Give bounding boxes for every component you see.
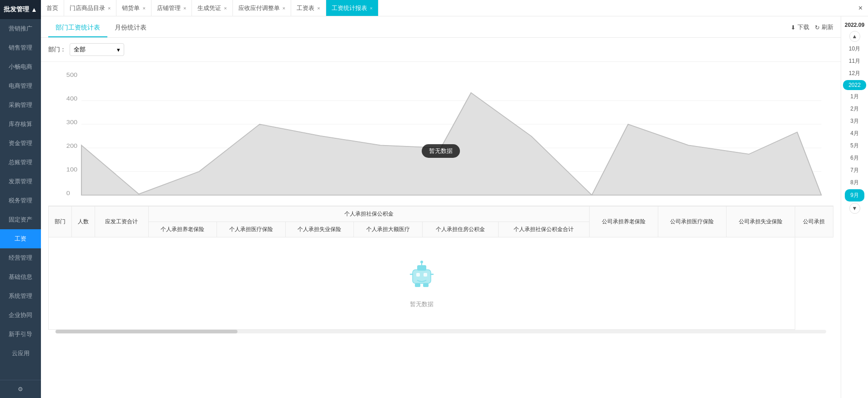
th-company-more: 公司承担	[795, 207, 833, 237]
tab-shop-catalog[interactable]: 门店商品目录 ×	[64, 0, 116, 16]
sidebar-item-yyyp[interactable]: 云应用	[0, 344, 41, 363]
svg-text:300: 300	[66, 119, 78, 126]
sidebar-item-xsgl[interactable]: 销售管理	[0, 38, 41, 57]
close-tab-produce-cert[interactable]: ×	[224, 5, 227, 11]
tab-ar-ap[interactable]: 应收应付调整单 ×	[233, 0, 291, 16]
tab-bar: 首页 门店商品目录 × 销货单 × 店铺管理 × 生成凭证 × 应收应付调整单 …	[41, 0, 868, 16]
chevron-down-icon: ▾	[117, 46, 120, 53]
tab-produce-cert[interactable]: 生成凭证 ×	[192, 0, 232, 16]
sidebar-header[interactable]: 批发管理 ▲	[0, 0, 41, 19]
svg-text:100: 100	[66, 166, 78, 173]
close-all-tabs[interactable]: ×	[853, 0, 868, 16]
sidebar-item-xtgl[interactable]: 系统管理	[0, 287, 41, 306]
timeline-down-nav[interactable]: ▼	[849, 203, 860, 214]
page-content: 部门工资统计表 月份统计表 ⬇ 下载 ↻ 刷新	[41, 16, 868, 398]
tab-home[interactable]: 首页	[41, 0, 64, 16]
refresh-button[interactable]: ↻ 刷新	[815, 23, 833, 31]
svg-text:0: 0	[66, 190, 71, 196]
timeline-jun[interactable]: 6月	[841, 152, 868, 164]
close-tab-ar-ap[interactable]: ×	[283, 5, 285, 11]
timeline-aug[interactable]: 8月	[841, 176, 868, 189]
th-personal-medical: 个人承担医疗保险	[217, 222, 286, 237]
svg-rect-15	[416, 273, 420, 277]
th-company-pension: 公司承担养老保险	[590, 207, 658, 237]
sidebar-item-qyxt[interactable]: 企业协同	[0, 306, 41, 325]
timeline-may[interactable]: 5月	[841, 140, 868, 152]
th-personal-major-medical: 个人承担大额医疗	[354, 222, 423, 237]
main-content: 首页 门店商品目录 × 销货单 × 店铺管理 × 生成凭证 × 应收应付调整单 …	[41, 0, 868, 398]
timeline-sep[interactable]: 9月	[845, 189, 864, 202]
tab-sales-order[interactable]: 销货单 ×	[116, 0, 151, 16]
sidebar-item-gz[interactable]: 工资	[0, 229, 41, 248]
svg-rect-20	[423, 283, 429, 287]
sidebar-item-zjgl[interactable]: 资金管理	[0, 134, 41, 153]
sidebar-item-xcel[interactable]: 小畅电商	[0, 57, 41, 76]
timeline-mar[interactable]: 3月	[841, 115, 868, 127]
timeline-jan[interactable]: 1月	[841, 91, 868, 103]
sidebar-item-xsyd[interactable]: 新手引导	[0, 325, 41, 344]
timeline-oct[interactable]: 10月	[841, 43, 868, 55]
svg-rect-12	[417, 265, 426, 271]
timeline-year-2022[interactable]: 2022	[843, 80, 866, 90]
timeline-feb[interactable]: 2月	[841, 103, 868, 115]
sidebar-item-dsgl[interactable]: 电商管理	[0, 76, 41, 96]
sub-tab-dept-stats[interactable]: 部门工资统计表	[48, 21, 107, 37]
sub-tab-month-stats[interactable]: 月份统计表	[107, 21, 154, 37]
refresh-icon: ↻	[815, 24, 820, 31]
sidebar-expand-icon: ▲	[31, 6, 37, 13]
th-personal-insurance-group: 个人承担社保公积金	[148, 207, 589, 222]
close-tab-payroll-report[interactable]: ×	[370, 5, 373, 11]
sidebar-title: 批发管理	[4, 5, 29, 14]
timeline-jul[interactable]: 7月	[841, 164, 868, 176]
th-company-medical: 公司承担医疗保险	[658, 207, 727, 237]
timeline-nov[interactable]: 11月	[841, 55, 868, 67]
th-personal-housing-fund: 个人承担住房公积金	[422, 222, 498, 237]
th-count: 人数	[72, 207, 95, 237]
sidebar-item-kchs[interactable]: 库存核算	[0, 115, 41, 134]
tab-shop-mgmt[interactable]: 店铺管理 ×	[151, 0, 192, 16]
close-tab-sales-order[interactable]: ×	[142, 5, 145, 11]
sidebar-item-zzgl[interactable]: 总账管理	[0, 153, 41, 172]
dept-filter-select[interactable]: 全部 ▾	[70, 43, 124, 56]
sidebar-item-jcxx[interactable]: 基础信息	[0, 267, 41, 287]
empty-robot-icon	[404, 258, 440, 295]
chart-container: 0 100 200 300 400 500	[48, 69, 833, 206]
sub-tabs-bar: 部门工资统计表 月份统计表 ⬇ 下载 ↻ 刷新	[41, 16, 841, 38]
close-tab-shop-mgmt[interactable]: ×	[183, 5, 186, 11]
chart-tooltip: 暂无数据	[422, 144, 460, 158]
close-tab-shop-catalog[interactable]: ×	[108, 5, 111, 11]
download-icon: ⬇	[791, 24, 796, 31]
scrollbar-thumb[interactable]	[56, 330, 237, 333]
chart-area: 0 100 200 300 400 500	[41, 62, 841, 398]
empty-state: 暂无数据	[51, 240, 792, 327]
th-personal-pension: 个人承担养老保险	[148, 222, 217, 237]
th-personal-total: 个人承担社保公积金合计	[498, 222, 589, 237]
sidebar-item-swgl[interactable]: 税务管理	[0, 191, 41, 210]
svg-rect-16	[424, 273, 427, 277]
sidebar-item-cggl[interactable]: 采购管理	[0, 96, 41, 115]
timeline-dec[interactable]: 12月	[841, 67, 868, 80]
th-dept: 部门	[49, 207, 72, 237]
th-total-salary: 应发工资合计	[95, 207, 148, 237]
timeline-apr[interactable]: 4月	[841, 127, 868, 140]
sidebar-item-gdcz[interactable]: 固定资产	[0, 210, 41, 229]
table-empty-row: 暂无数据	[49, 237, 833, 330]
sidebar: 批发管理 ▲ 营销推广 销售管理 小畅电商 电商管理 采购管理 库存核算 资金管…	[0, 0, 41, 398]
svg-text:200: 200	[66, 143, 78, 149]
table-area: 部门 人数 应发工资合计 个人承担社保公积金 公司承担养老保险 公司承担医疗保险…	[48, 206, 833, 330]
tab-payroll[interactable]: 工资表 ×	[291, 0, 326, 16]
timeline-up-nav[interactable]: ▲	[849, 31, 860, 42]
sidebar-item-yxtt[interactable]: 营销推广	[0, 19, 41, 38]
th-company-unemployment: 公司承担失业保险	[727, 207, 795, 237]
empty-text: 暂无数据	[410, 300, 434, 308]
close-tab-payroll[interactable]: ×	[317, 5, 320, 11]
sidebar-item-fpgl[interactable]: 发票管理	[0, 172, 41, 191]
sidebar-item-jygl[interactable]: 经营管理	[0, 248, 41, 267]
svg-point-14	[420, 261, 423, 263]
download-button[interactable]: ⬇ 下载	[791, 23, 809, 31]
svg-text:500: 500	[66, 72, 78, 78]
horizontal-scrollbar[interactable]	[56, 330, 826, 333]
settings-button[interactable]: ⚙	[0, 380, 41, 398]
svg-rect-19	[415, 283, 420, 287]
tab-payroll-report[interactable]: 工资统计报表 ×	[326, 0, 378, 16]
